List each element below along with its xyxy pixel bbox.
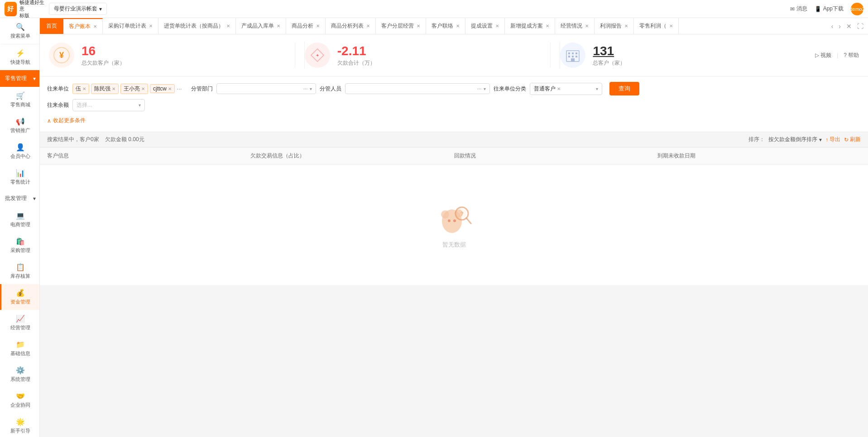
tab-inbound-stats[interactable]: 进货单统计表（按商品） ✕ bbox=[158, 18, 236, 34]
export-icon: ↑ bbox=[825, 137, 828, 143]
tab-close-icon[interactable]: ✕ bbox=[277, 24, 280, 28]
sidebar-item-finance[interactable]: 💰 资金管理 bbox=[0, 284, 39, 310]
help-action[interactable]: ? 帮助 bbox=[844, 52, 859, 59]
sidebar-item-newbie[interactable]: 🌟 新手引导 bbox=[0, 413, 39, 437]
sidebar-item-cooperation[interactable]: 🤝 企业协同 bbox=[0, 387, 39, 413]
unit-tag-wang: 王小亮 ✕ bbox=[120, 84, 148, 94]
unit-tag-close-cjttcw[interactable]: ✕ bbox=[168, 86, 172, 91]
message-icon: ✉ bbox=[790, 6, 795, 12]
unit-tag-close-wu[interactable]: ✕ bbox=[82, 86, 86, 91]
tab-close-icon[interactable]: ✕ bbox=[624, 24, 628, 28]
stat-icon-yuan: ¥ bbox=[49, 43, 74, 68]
sidebar-item-purchase[interactable]: 🛍️ 采购管理 bbox=[0, 233, 39, 258]
app-download-button[interactable]: 📱 App下载 bbox=[815, 5, 844, 13]
category-tag-close[interactable]: ✕ bbox=[557, 86, 561, 91]
tab-close-icon[interactable]: ✕ bbox=[495, 24, 499, 28]
trending-icon: 📈 bbox=[16, 314, 25, 323]
balance-filter-select[interactable]: 选择... ▾ bbox=[72, 99, 145, 111]
query-button[interactable]: 查询 bbox=[609, 82, 639, 95]
top-bar-right: ✉ 消息 📱 App下载 demo2 bbox=[790, 3, 863, 15]
person-filter-label: 分管人员 bbox=[320, 85, 341, 93]
svg-line-18 bbox=[466, 218, 471, 223]
chart-icon: 📊 bbox=[16, 169, 25, 177]
unit-filter-more[interactable]: ··· bbox=[177, 85, 182, 92]
unit-filter-label: 往来单位 bbox=[47, 85, 69, 93]
tab-production-inbound[interactable]: 产成品入库单 ✕ bbox=[236, 18, 286, 34]
tab-close-icon[interactable]: ✕ bbox=[417, 24, 420, 28]
sort-select[interactable]: 按欠款金额倒序排序 ▾ bbox=[768, 136, 822, 143]
refresh-button[interactable]: ↻ 刷新 bbox=[844, 136, 861, 143]
tab-close-icon[interactable]: ✕ bbox=[546, 24, 549, 28]
unit-tag-close-wang[interactable]: ✕ bbox=[141, 86, 145, 91]
person-filter-dots[interactable]: ··· bbox=[477, 86, 482, 92]
video-action[interactable]: ▷ 视频 bbox=[815, 52, 831, 59]
sidebar-item-marketing[interactable]: 📢 营销推广 bbox=[0, 113, 39, 138]
sidebar: 🔍 搜索菜单 ⚡ 快捷导航 零售管理 ▾ 🛒 零售商城 📢 营销推广 bbox=[0, 18, 40, 437]
unit-filter-tags: 伍 ✕ 陈民强 ✕ 王小亮 ✕ bbox=[72, 84, 182, 94]
category-tag-normal: 普通客户 ✕ bbox=[534, 85, 561, 93]
tab-home[interactable]: 首页 bbox=[40, 18, 63, 34]
export-button[interactable]: ↑ 导出 bbox=[825, 136, 840, 143]
person-chevron-icon: ▾ bbox=[484, 86, 486, 91]
dept-filter-label: 分管部门 bbox=[191, 85, 213, 93]
person-filter-select[interactable]: ··· ▾ bbox=[345, 83, 490, 94]
tab-product-analysis[interactable]: 商品分析 ✕ bbox=[286, 18, 326, 34]
chevron-icon: ▾ bbox=[33, 195, 36, 202]
tab-customer-tier[interactable]: 客户分层经营 ✕ bbox=[376, 18, 426, 34]
tab-close-icon[interactable]: ✕ bbox=[316, 24, 320, 28]
tab-purchase-order-stats[interactable]: 采购订单统计表 ✕ bbox=[103, 18, 158, 34]
tab-retail-profit[interactable]: 零售利润（ ✕ bbox=[634, 18, 679, 34]
no-data-svg: ? bbox=[434, 201, 475, 235]
tab-close-icon[interactable]: ✕ bbox=[226, 24, 230, 28]
svg-rect-9 bbox=[575, 56, 577, 57]
sidebar-item-quick-nav[interactable]: ⚡ 快捷导航 bbox=[0, 44, 39, 70]
category-filter-select[interactable]: 普通客户 ✕ ▾ bbox=[530, 83, 602, 95]
tab-product-analysis-list[interactable]: 商品分析列表 ✕ bbox=[326, 18, 376, 34]
tab-customer-ledger[interactable]: 客户账本 ✕ bbox=[63, 18, 103, 34]
tab-prev-button[interactable]: ‹ bbox=[830, 22, 835, 31]
message-button[interactable]: ✉ 消息 bbox=[790, 5, 807, 13]
tab-close-icon[interactable]: ✕ bbox=[93, 24, 97, 29]
star-icon: 🌟 bbox=[16, 418, 25, 426]
dept-filter-select[interactable]: ··· ▾ bbox=[216, 83, 316, 94]
tab-operations[interactable]: 经营情况 ✕ bbox=[555, 18, 595, 34]
sidebar-item-system[interactable]: ⚙️ 系统管理 bbox=[0, 361, 39, 387]
tab-close-icon[interactable]: ✕ bbox=[456, 24, 460, 28]
svg-text:✦: ✦ bbox=[316, 53, 319, 58]
svg-rect-7 bbox=[568, 56, 570, 57]
sidebar-item-base-info[interactable]: 📁 基础信息 bbox=[0, 336, 39, 361]
tab-close-icon[interactable]: ✕ bbox=[366, 24, 370, 28]
avatar[interactable]: demo2 bbox=[851, 3, 863, 15]
tab-close-icon[interactable]: ✕ bbox=[669, 24, 673, 28]
unit-tag-close-chen[interactable]: ✕ bbox=[112, 86, 115, 91]
sidebar-item-ecom-mgmt[interactable]: 💻 电商管理 bbox=[0, 207, 39, 233]
sidebar-item-inventory[interactable]: 📋 库存核算 bbox=[0, 258, 39, 284]
sidebar-item-operations[interactable]: 📈 经营管理 bbox=[0, 310, 39, 336]
tab-fullscreen-button[interactable]: ⛶ bbox=[855, 22, 865, 31]
collapse-button[interactable]: ∧ 收起更多条件 bbox=[47, 117, 861, 124]
sidebar-item-batch-mgmt[interactable]: 批发管理 ▾ bbox=[0, 190, 39, 207]
tab-customer-contact[interactable]: 客户联络 ✕ bbox=[426, 18, 465, 34]
tab-next-button[interactable]: › bbox=[837, 22, 843, 31]
svg-text:?: ? bbox=[460, 211, 463, 217]
sidebar-item-retail-mgmt[interactable]: 零售管理 ▾ bbox=[0, 70, 39, 87]
sidebar-item-search[interactable]: 🔍 搜索菜单 bbox=[0, 18, 39, 44]
filter-row-2: 往来余额 选择... ▾ bbox=[47, 99, 861, 111]
sidebar-item-retail-stats[interactable]: 📊 零售统计 bbox=[0, 164, 39, 190]
stat-total-customers-value[interactable]: 131 bbox=[593, 43, 625, 59]
gear-icon: ⚙️ bbox=[16, 366, 25, 375]
account-selector[interactable]: 母婴行业演示帐套 ▾ bbox=[49, 3, 107, 15]
svg-rect-10 bbox=[571, 58, 575, 62]
sidebar-item-retail-mall[interactable]: 🛒 零售商城 bbox=[0, 87, 39, 113]
dept-filter-dots[interactable]: ··· bbox=[303, 86, 308, 92]
tab-add-commission[interactable]: 新增提成方案 ✕ bbox=[505, 18, 555, 34]
category-chevron-icon: ▾ bbox=[596, 86, 598, 91]
sidebar-item-member[interactable]: 👤 会员中心 bbox=[0, 138, 39, 164]
tab-profit-report[interactable]: 利润报告 ✕ bbox=[595, 18, 634, 34]
tab-commission-settings[interactable]: 提成设置 ✕ bbox=[465, 18, 505, 34]
svg-rect-4 bbox=[568, 52, 570, 54]
tab-close-all-button[interactable]: ✕ bbox=[844, 22, 854, 31]
tab-close-icon[interactable]: ✕ bbox=[585, 24, 589, 28]
tab-close-icon[interactable]: ✕ bbox=[149, 24, 153, 28]
balance-placeholder: 选择... bbox=[77, 101, 92, 109]
